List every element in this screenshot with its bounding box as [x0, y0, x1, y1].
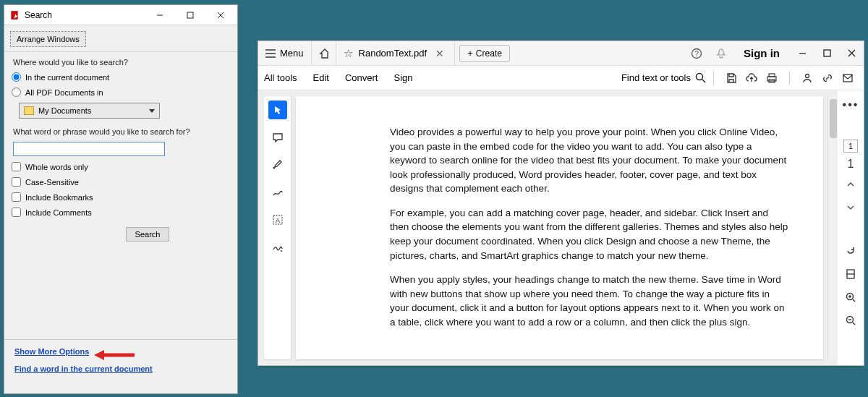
check-bookmarks-input[interactable]: [12, 192, 21, 202]
phrase-prompt: What word or phrase would you like to se…: [4, 121, 237, 139]
print-button[interactable]: [762, 68, 782, 88]
folder-dropdown-label: My Documents: [38, 106, 91, 115]
svg-point-15: [697, 74, 703, 80]
document-tab[interactable]: ☆ RandomText.pdf ✕: [336, 41, 456, 66]
svg-rect-1: [187, 12, 193, 18]
print-icon: [766, 72, 778, 84]
draw-tool[interactable]: [268, 183, 287, 202]
find-word-link[interactable]: Find a word in the current document: [14, 364, 153, 373]
show-more-options-link[interactable]: Show More Options: [14, 347, 89, 356]
fit-page-button[interactable]: [841, 265, 861, 283]
signature-tool[interactable]: [268, 238, 287, 257]
find-label: Find text or tools: [621, 72, 691, 83]
help-button[interactable]: ?: [684, 41, 709, 66]
menu-button[interactable]: Menu: [258, 41, 312, 66]
comment-icon: [272, 132, 284, 143]
document-page[interactable]: Video provides a powerful way to help yo…: [296, 96, 823, 359]
help-icon: ?: [691, 48, 702, 59]
svg-line-32: [853, 323, 855, 325]
second-toolbar: All tools Edit Convert Sign Find text or…: [258, 66, 864, 90]
save-button[interactable]: [721, 68, 741, 88]
search-input[interactable]: [13, 142, 165, 156]
search-window: Search Arrange Windows Where would you l…: [4, 4, 238, 394]
hamburger-icon: [265, 49, 276, 58]
radio-all-documents[interactable]: All PDF Documents in: [12, 87, 237, 97]
check-case-label: Case-Sensitive: [25, 178, 79, 187]
highlight-tool[interactable]: [268, 155, 287, 174]
svg-text:?: ?: [694, 50, 699, 58]
check-whole-input[interactable]: [12, 162, 21, 171]
tab-close-button[interactable]: ✕: [433, 48, 447, 59]
cloud-upload-button[interactable]: [741, 68, 762, 88]
cursor-icon: [273, 105, 283, 115]
find-text-button[interactable]: Find text or tools: [621, 72, 706, 83]
content-area: A Video provides a powerful way to help …: [258, 90, 864, 365]
select-tool[interactable]: [268, 101, 287, 119]
home-icon: [319, 48, 328, 59]
acrobat-window: Menu ☆ RandomText.pdf ✕ + Create ? Sign …: [258, 40, 864, 366]
all-tools-button[interactable]: All tools: [264, 72, 297, 83]
check-include-comments[interactable]: Include Comments: [12, 208, 237, 217]
comment-tool[interactable]: [268, 128, 287, 147]
main-minimize-button[interactable]: [790, 41, 814, 66]
svg-point-20: [806, 74, 809, 77]
cloud-upload-icon: [745, 72, 758, 84]
main-close-button[interactable]: [839, 41, 864, 66]
more-options-button[interactable]: •••: [841, 96, 861, 114]
home-button[interactable]: [312, 41, 336, 66]
scrollbar-thumb[interactable]: [830, 99, 837, 138]
email-icon: [842, 72, 854, 84]
page-down-button[interactable]: [841, 199, 861, 216]
check-include-bookmarks[interactable]: Include Bookmarks: [12, 192, 237, 202]
fit-icon: [845, 268, 856, 280]
radio-current-document[interactable]: In the current document: [12, 72, 237, 82]
chevron-up-icon: [846, 181, 855, 188]
radio-current-input[interactable]: [12, 72, 21, 82]
main-titlebar: Menu ☆ RandomText.pdf ✕ + Create ? Sign …: [258, 41, 864, 66]
rotate-button[interactable]: [841, 242, 861, 260]
radio-all-label: All PDF Documents in: [25, 88, 103, 97]
menu-label: Menu: [280, 48, 304, 59]
share-button[interactable]: [797, 68, 817, 88]
close-button[interactable]: [205, 5, 236, 25]
email-button[interactable]: [838, 68, 858, 88]
page-up-button[interactable]: [841, 176, 861, 193]
annotation-arrow-icon: [94, 349, 135, 362]
text-tool[interactable]: A: [268, 210, 287, 229]
more-icon: •••: [843, 98, 859, 111]
signin-button[interactable]: Sign in: [733, 47, 790, 59]
check-comments-input[interactable]: [12, 208, 21, 217]
radio-all-input[interactable]: [12, 87, 21, 97]
edit-button[interactable]: Edit: [313, 72, 329, 83]
create-button[interactable]: + Create: [459, 45, 510, 62]
main-maximize-button[interactable]: [814, 41, 839, 66]
create-label: Create: [476, 48, 502, 59]
right-rail: ••• 1 1: [838, 90, 864, 365]
link-icon: [822, 72, 833, 84]
star-icon[interactable]: ☆: [344, 47, 353, 60]
folder-icon: [24, 106, 34, 115]
notifications-button[interactable]: [709, 41, 733, 66]
check-whole-words[interactable]: Whole words only: [12, 162, 237, 171]
sign-button[interactable]: Sign: [393, 72, 412, 83]
document-scrollbar[interactable]: [827, 96, 838, 359]
zoom-in-button[interactable]: [841, 289, 861, 306]
share-people-icon: [801, 72, 813, 84]
scope-prompt: Where would you like to search?: [4, 52, 237, 69]
zoom-out-button[interactable]: [841, 312, 861, 329]
search-button[interactable]: Search: [126, 227, 169, 242]
maximize-button[interactable]: [175, 5, 205, 25]
folder-dropdown[interactable]: My Documents: [19, 103, 160, 119]
check-case-input[interactable]: [12, 177, 21, 187]
svg-rect-21: [843, 74, 852, 82]
link-button[interactable]: [817, 68, 838, 88]
signature-icon: [272, 242, 284, 253]
page-current-input[interactable]: 1: [843, 140, 858, 153]
arrange-windows-button[interactable]: Arrange Windows: [10, 31, 86, 47]
minimize-button[interactable]: [145, 5, 175, 25]
tab-title: RandomText.pdf: [359, 48, 427, 59]
search-bottom: Show More Options Find a word in the cur…: [4, 339, 237, 393]
convert-button[interactable]: Convert: [345, 72, 378, 83]
check-case-sensitive[interactable]: Case-Sensitive: [12, 177, 237, 187]
svg-marker-5: [94, 350, 104, 360]
